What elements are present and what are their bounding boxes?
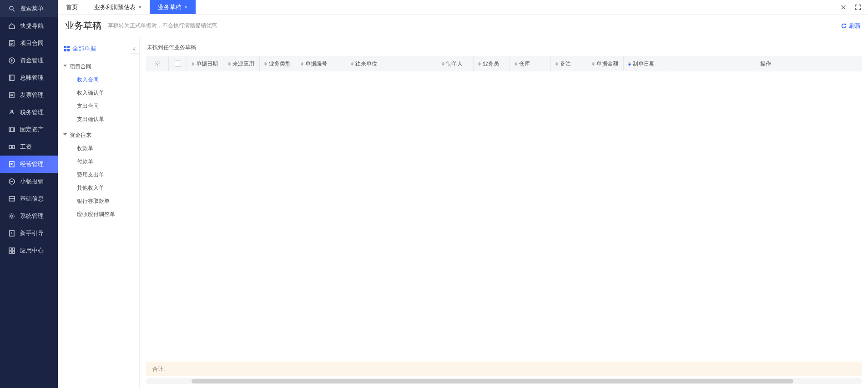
sidebar-item-apps[interactable]: 应用中心 bbox=[0, 242, 58, 259]
sidebar-item-home[interactable]: 快捷导航 bbox=[0, 17, 58, 35]
column-header-11: 操作 bbox=[669, 56, 862, 71]
page-subtitle: 草稿转为正式单据时，不会执行满赠促销优惠 bbox=[108, 22, 217, 30]
category-group-1: 资金往来收款单付款单费用支出单其他收入单银行存取款单应收应付调整单 bbox=[61, 129, 136, 221]
sidebar-item-biz[interactable]: 经营管理 bbox=[0, 156, 58, 173]
category-all-docs-label: 全部单据 bbox=[72, 45, 96, 53]
tab-close-icon[interactable]: × bbox=[138, 4, 141, 10]
sidebar-item-base[interactable]: 基础信息 bbox=[0, 190, 58, 207]
column-header-4[interactable]: 往来单位 bbox=[346, 56, 437, 71]
refresh-button[interactable]: 刷新 bbox=[841, 22, 861, 30]
sort-icon bbox=[442, 62, 444, 66]
sidebar-item-ledger[interactable]: 总账管理 bbox=[0, 69, 58, 86]
category-panel: 全部单据 项目合同收入合同收入确认单支出合同支出确认单资金往来收款单付款单费用支… bbox=[58, 37, 140, 388]
collapse-panel-button[interactable] bbox=[130, 44, 140, 54]
biz-icon bbox=[8, 161, 15, 168]
sidebar-item-search[interactable]: 搜索菜单 bbox=[0, 0, 58, 17]
sidebar-item-invoice[interactable]: 发票管理 bbox=[0, 86, 58, 104]
sidebar-item-tax[interactable]: 税务管理 bbox=[0, 104, 58, 121]
column-header-2[interactable]: 业务类型 bbox=[260, 56, 296, 71]
select-all-checkbox[interactable] bbox=[169, 56, 187, 71]
scrollbar-thumb[interactable] bbox=[192, 379, 793, 383]
category-item[interactable]: 银行存取款单 bbox=[61, 195, 136, 208]
sidebar-item-doc[interactable]: 项目合同 bbox=[0, 35, 58, 52]
fullscreen-icon[interactable] bbox=[853, 2, 863, 13]
svg-point-12 bbox=[11, 215, 13, 217]
horizontal-scrollbar[interactable] bbox=[146, 378, 862, 384]
top-tabs-bar: 首页业务利润预估表×业务草稿× bbox=[58, 0, 868, 15]
column-header-8[interactable]: 备注 bbox=[551, 56, 587, 71]
sidebar-item-expense[interactable]: 小畅报销 bbox=[0, 173, 58, 190]
column-label: 单据金额 bbox=[596, 60, 618, 68]
footer-total-label: 合计: bbox=[152, 365, 165, 373]
sidebar-item-label: 应用中心 bbox=[20, 247, 44, 255]
sort-icon bbox=[192, 62, 194, 66]
category-item[interactable]: 其他收入单 bbox=[61, 181, 136, 195]
column-label: 仓库 bbox=[519, 60, 530, 68]
sidebar-item-label: 系统管理 bbox=[20, 212, 44, 220]
checkbox-icon bbox=[175, 60, 181, 67]
svg-point-8 bbox=[11, 146, 13, 148]
category-group-title[interactable]: 资金往来 bbox=[61, 129, 136, 142]
column-label: 往来单位 bbox=[355, 60, 377, 68]
column-label: 备注 bbox=[560, 60, 571, 68]
column-header-5[interactable]: 制单人 bbox=[437, 56, 474, 71]
sidebar-item-label: 搜索菜单 bbox=[20, 5, 44, 13]
gear-icon bbox=[154, 60, 161, 67]
svg-point-22 bbox=[156, 63, 158, 65]
column-header-6[interactable]: 业务员 bbox=[474, 56, 510, 71]
sidebar-item-gear[interactable]: 系统管理 bbox=[0, 207, 58, 225]
tab-close-icon[interactable]: × bbox=[184, 4, 187, 10]
svg-rect-18 bbox=[64, 46, 66, 48]
sidebar-item-label: 快捷导航 bbox=[20, 22, 44, 30]
category-item[interactable]: 收入确认单 bbox=[61, 86, 136, 100]
left-sidebar: 搜索菜单快捷导航项目合同资金管理总账管理发票管理税务管理固定资产工资经营管理小畅… bbox=[0, 0, 58, 388]
category-item[interactable]: 收款单 bbox=[61, 142, 136, 155]
column-header-9[interactable]: 单据金额 bbox=[587, 56, 624, 71]
doc-icon bbox=[8, 40, 15, 47]
category-item[interactable]: 支出合同 bbox=[61, 100, 136, 113]
sidebar-item-asset[interactable]: 固定资产 bbox=[0, 121, 58, 138]
money-icon bbox=[8, 57, 15, 64]
tab-label: 业务利润预估表 bbox=[94, 3, 136, 11]
sidebar-item-salary[interactable]: 工资 bbox=[0, 138, 58, 156]
category-item[interactable]: 支出确认单 bbox=[61, 113, 136, 126]
category-all-docs[interactable]: 全部单据 bbox=[61, 43, 136, 57]
sidebar-item-money[interactable]: 资金管理 bbox=[0, 52, 58, 69]
sort-icon bbox=[628, 62, 631, 66]
tab-1[interactable]: 业务利润预估表× bbox=[86, 0, 150, 14]
sidebar-item-guide[interactable]: 新手引导 bbox=[0, 225, 58, 242]
sidebar-item-label: 税务管理 bbox=[20, 108, 44, 116]
column-label: 业务员 bbox=[483, 60, 499, 68]
home-icon bbox=[8, 22, 15, 30]
category-item[interactable]: 付款单 bbox=[61, 155, 136, 168]
column-settings-button[interactable] bbox=[146, 56, 169, 71]
category-item[interactable]: 费用支出单 bbox=[61, 168, 136, 181]
sidebar-item-label: 基础信息 bbox=[20, 195, 44, 203]
sidebar-item-label: 资金管理 bbox=[20, 56, 44, 65]
column-header-1[interactable]: 来源应用 bbox=[223, 56, 260, 71]
tab-0[interactable]: 首页 bbox=[58, 0, 86, 14]
guide-icon bbox=[8, 230, 15, 237]
category-group-title[interactable]: 项目合同 bbox=[61, 60, 136, 73]
tab-2[interactable]: 业务草稿× bbox=[150, 0, 196, 14]
column-header-3[interactable]: 单据编号 bbox=[296, 56, 346, 71]
invoice-icon bbox=[8, 91, 15, 99]
column-header-10[interactable]: 制单日期 bbox=[624, 56, 669, 71]
base-icon bbox=[8, 195, 15, 202]
category-item[interactable]: 收入合同 bbox=[61, 73, 136, 86]
table-header: 单据日期来源应用业务类型单据编号往来单位制单人业务员仓库备注单据金额制单日期操作 bbox=[146, 56, 862, 71]
main-area: 未找到任何业务草稿 单据日期来源应用业务类型单据编号往来单位制单人业务员仓库备注… bbox=[140, 37, 868, 388]
column-header-0[interactable]: 单据日期 bbox=[187, 56, 223, 71]
column-label: 来源应用 bbox=[232, 60, 254, 68]
close-icon[interactable] bbox=[838, 2, 849, 13]
category-item[interactable]: 应收应付调整单 bbox=[61, 208, 136, 221]
svg-rect-21 bbox=[67, 49, 70, 51]
gear-icon bbox=[8, 212, 15, 220]
svg-rect-14 bbox=[9, 248, 11, 250]
column-header-7[interactable]: 仓库 bbox=[510, 56, 551, 71]
table: 单据日期来源应用业务类型单据编号往来单位制单人业务员仓库备注单据金额制单日期操作… bbox=[146, 56, 862, 388]
refresh-label: 刷新 bbox=[849, 22, 861, 30]
sidebar-item-label: 固定资产 bbox=[20, 126, 44, 134]
column-label: 单据编号 bbox=[305, 60, 327, 68]
asset-icon bbox=[8, 126, 15, 133]
